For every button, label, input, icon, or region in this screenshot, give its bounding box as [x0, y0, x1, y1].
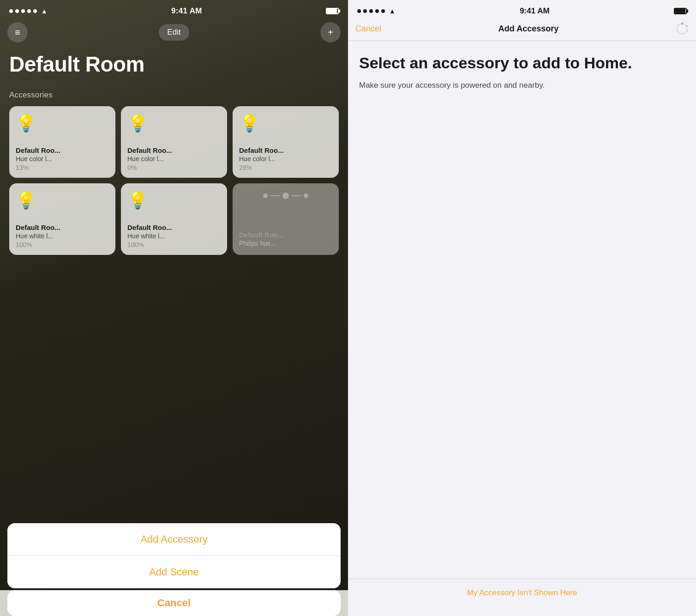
nav-bar-right: Cancel Add Accessory — [348, 19, 696, 41]
card-value-3: 28% — [239, 164, 332, 171]
accessory-card-6[interactable]: Default Roo... Philips hue... — [233, 183, 339, 255]
hub-dot-left — [263, 193, 268, 198]
left-panel: ▲ 9:41 AM ≡ Edit + Default Room Accessor… — [0, 0, 348, 616]
bulb-icon-1: 💡 — [16, 114, 109, 133]
hub-dot-right — [304, 193, 308, 198]
status-bar-left: ▲ 9:41 AM — [0, 0, 348, 19]
edit-label: Edit — [167, 28, 180, 36]
room-title: Default Room — [0, 47, 348, 91]
right-panel: ▲ 9:41 AM Cancel Add Accessory Select an… — [348, 0, 696, 616]
signal-dot-r-2 — [363, 9, 367, 13]
hub-icon — [239, 193, 332, 199]
wifi-icon-right: ▲ — [389, 7, 396, 15]
signal-dot-1 — [9, 9, 13, 13]
accessory-card-1[interactable]: 💡 Default Roo... Hue color l... 13% — [9, 106, 115, 178]
select-heading: Select an accessory to add to Home. — [359, 54, 685, 72]
accessory-not-shown-link[interactable]: My Accessory Isn't Shown Here — [467, 588, 577, 598]
time-display-right: 9:41 AM — [520, 6, 550, 16]
hub-line-right — [292, 195, 301, 196]
card-name-3: Default Roo... — [239, 146, 332, 155]
accessories-grid: 💡 Default Roo... Hue color l... 13% 💡 De… — [9, 106, 339, 255]
card-value-1: 13% — [16, 164, 109, 171]
battery-right — [674, 8, 687, 14]
svg-point-2 — [686, 25, 688, 27]
nav-bar-left: ≡ Edit + — [0, 19, 348, 47]
menu-icon: ≡ — [15, 27, 20, 38]
signal-dot-r-3 — [369, 9, 373, 13]
accessories-label: Accessories — [9, 91, 339, 100]
card-type-3: Hue color l... — [239, 155, 332, 163]
battery-bar — [326, 8, 339, 14]
nav-title-right: Add Accessory — [498, 24, 558, 34]
menu-button[interactable]: ≡ — [7, 22, 28, 42]
add-button[interactable]: + — [320, 22, 341, 42]
card-name-2: Default Roo... — [127, 146, 221, 155]
card-type-2: Hue color l... — [127, 155, 221, 163]
svg-point-1 — [681, 23, 683, 25]
card-name-1: Default Roo... — [16, 146, 109, 155]
signal-dot-2 — [15, 9, 19, 13]
svg-point-5 — [676, 30, 678, 32]
bulb-icon-2: 💡 — [127, 114, 221, 133]
signal-dot-5 — [33, 9, 37, 13]
card-name-5: Default Roo... — [127, 223, 221, 232]
card-value-4: 100% — [16, 241, 109, 248]
add-accessory-button[interactable]: Add Accessory — [7, 523, 341, 556]
right-content: Select an accessory to add to Home. Make… — [348, 41, 696, 579]
accessory-card-2[interactable]: 💡 Default Roo... Hue color l... 0% — [121, 106, 227, 178]
time-display-left: 9:41 AM — [171, 6, 202, 16]
bulb-icon-3: 💡 — [239, 114, 332, 133]
wifi-icon: ▲ — [41, 7, 48, 15]
spinner-svg — [676, 22, 689, 35]
edit-button[interactable]: Edit — [159, 24, 189, 41]
action-sheet: Add Accessory Add Scene — [7, 523, 341, 588]
svg-point-6 — [677, 25, 678, 27]
hub-line-left — [270, 195, 280, 196]
hub-dot-center — [282, 193, 289, 199]
battery-left — [326, 8, 339, 14]
plus-icon: + — [328, 27, 333, 38]
card-type-1: Hue color l... — [16, 155, 109, 163]
signal-dots: ▲ — [9, 7, 48, 15]
accessory-card-3[interactable]: 💡 Default Roo... Hue color l... 28% — [233, 106, 339, 178]
signal-dot-r-1 — [357, 9, 361, 13]
accessories-section: Accessories 💡 Default Roo... Hue color l… — [0, 91, 348, 255]
bulb-icon-5: 💡 — [127, 191, 221, 210]
cancel-sheet[interactable]: Cancel — [7, 590, 341, 616]
svg-point-4 — [681, 33, 683, 35]
signal-dots-right: ▲ — [357, 7, 396, 15]
cancel-label: Cancel — [157, 597, 191, 609]
loading-spinner — [676, 22, 689, 35]
cancel-button-right[interactable]: Cancel — [355, 24, 381, 34]
card-type-6: Philips hue... — [239, 239, 332, 248]
battery-fill — [327, 9, 337, 13]
card-type-5: Hue white l... — [127, 232, 221, 240]
card-value-5: 100% — [127, 241, 221, 248]
card-name-6: Default Roo... — [239, 231, 332, 239]
card-value-2: 0% — [127, 164, 221, 171]
accessory-card-4[interactable]: 💡 Default Roo... Hue white l... 100% — [9, 183, 115, 255]
signal-dot-4 — [27, 9, 31, 13]
signal-dot-r-4 — [375, 9, 379, 13]
card-name-4: Default Roo... — [16, 223, 109, 232]
add-scene-button[interactable]: Add Scene — [7, 556, 341, 588]
status-bar-right: ▲ 9:41 AM — [348, 0, 696, 19]
svg-point-3 — [686, 30, 688, 32]
bottom-link-area: My Accessory Isn't Shown Here — [348, 579, 696, 616]
battery-fill-right — [675, 9, 685, 13]
svg-point-0 — [677, 24, 687, 34]
signal-dot-3 — [21, 9, 25, 13]
card-type-4: Hue white l... — [16, 232, 109, 240]
signal-dot-r-5 — [381, 9, 385, 13]
select-description: Make sure your accessory is powered on a… — [359, 79, 685, 91]
bulb-icon-4: 💡 — [16, 191, 109, 210]
accessory-card-5[interactable]: 💡 Default Roo... Hue white l... 100% — [121, 183, 227, 255]
